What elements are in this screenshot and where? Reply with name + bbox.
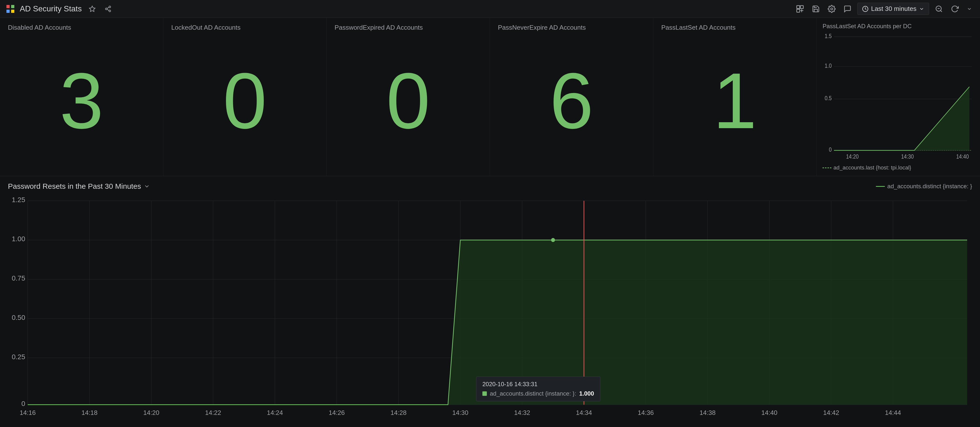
- refresh-icon: [951, 5, 959, 13]
- tooltip-datetime: 2020-10-16 14:33:31: [482, 381, 594, 388]
- svg-rect-10: [797, 5, 800, 8]
- chart-add-button[interactable]: [794, 3, 806, 15]
- tooltip-dot: [482, 391, 487, 396]
- grafana-logo-area: [6, 5, 15, 13]
- time-range-button[interactable]: Last 30 minutes: [858, 3, 929, 15]
- save-icon: [812, 5, 820, 13]
- panel-title-passlastset: PassLastSet AD Accounts: [661, 24, 809, 32]
- panel-title-disabled: Disabled AD Accounts: [8, 24, 155, 32]
- svg-text:14:30: 14:30: [901, 153, 914, 160]
- zoom-out-icon: [935, 5, 943, 13]
- time-range-label: Last 30 minutes: [871, 5, 916, 13]
- bottom-panel-title: Password Resets in the Past 30 Minutes: [8, 182, 141, 191]
- svg-text:14:24: 14:24: [267, 409, 283, 416]
- clock-icon: [862, 6, 869, 12]
- small-chart-legend: ad_accounts.last {host: tpi.local}: [822, 164, 974, 171]
- stat-panels-row: Disabled AD Accounts 3 LockedOut AD Acco…: [0, 18, 980, 176]
- chevron-down-icon: [144, 183, 150, 190]
- stat-value-passlastset: 1: [661, 32, 809, 170]
- svg-text:0.75: 0.75: [12, 274, 25, 282]
- chart-tooltip: 2020-10-16 14:33:31 ad_accounts.distinct…: [476, 376, 600, 401]
- svg-line-8: [107, 9, 109, 10]
- legend-solid-line: [876, 186, 885, 187]
- svg-text:14:18: 14:18: [81, 409, 97, 416]
- panel-title-per-dc: PassLastSet AD Accounts per DC: [822, 23, 974, 30]
- svg-text:14:26: 14:26: [329, 409, 345, 416]
- svg-point-15: [830, 8, 833, 10]
- zoom-out-button[interactable]: [933, 3, 945, 15]
- refresh-dropdown-button[interactable]: [965, 4, 974, 14]
- page-title: AD Security Stats: [20, 4, 82, 13]
- bottom-panel: Password Resets in the Past 30 Minutes a…: [0, 176, 980, 427]
- svg-text:14:40: 14:40: [956, 153, 969, 160]
- svg-text:14:44: 14:44: [885, 409, 901, 416]
- save-button[interactable]: [810, 3, 822, 15]
- header: AD Security Stats: [0, 0, 980, 18]
- legend-dashed-line: [822, 167, 831, 168]
- svg-text:1.00: 1.00: [12, 235, 25, 243]
- svg-text:14:36: 14:36: [638, 409, 654, 416]
- svg-text:1.0: 1.0: [825, 62, 832, 69]
- tooltip-series-value: 1.000: [579, 390, 594, 397]
- svg-text:1.25: 1.25: [12, 196, 25, 203]
- svg-point-6: [105, 8, 107, 10]
- panel-disabled: Disabled AD Accounts 3: [0, 18, 164, 176]
- settings-button[interactable]: [826, 3, 838, 15]
- svg-text:14:30: 14:30: [452, 409, 468, 416]
- svg-text:0.5: 0.5: [825, 95, 832, 102]
- comment-button[interactable]: [842, 3, 853, 15]
- svg-text:0.50: 0.50: [12, 314, 25, 321]
- svg-rect-0: [6, 5, 10, 8]
- panel-passlastset: PassLastSet AD Accounts 1: [654, 18, 817, 176]
- refresh-button[interactable]: [949, 3, 961, 15]
- chart-add-icon: [796, 5, 804, 13]
- header-left: AD Security Stats: [6, 3, 113, 14]
- svg-rect-1: [11, 5, 14, 8]
- stat-value-lockedout: 0: [171, 32, 319, 170]
- bottom-panel-header: Password Resets in the Past 30 Minutes a…: [8, 182, 972, 191]
- bottom-chart-container: 1.25 1.00 0.75 0.50 0.25 0: [8, 194, 972, 421]
- svg-point-5: [109, 6, 110, 8]
- svg-marker-32: [834, 87, 970, 150]
- svg-rect-2: [6, 10, 10, 13]
- panel-lockedout: LockedOut AD Accounts 0: [164, 18, 327, 176]
- svg-text:0: 0: [21, 400, 25, 408]
- svg-text:14:28: 14:28: [390, 409, 406, 416]
- svg-text:14:22: 14:22: [205, 409, 221, 416]
- svg-text:0: 0: [829, 147, 832, 153]
- panel-title-passneverexpire: PassNeverExpire AD Accounts: [498, 24, 645, 32]
- svg-text:14:20: 14:20: [846, 153, 859, 160]
- svg-text:14:32: 14:32: [514, 409, 530, 416]
- grid-icon: [6, 5, 15, 13]
- star-button[interactable]: [87, 3, 98, 14]
- svg-text:14:42: 14:42: [823, 409, 839, 416]
- svg-rect-12: [797, 9, 800, 12]
- gear-icon: [828, 5, 835, 13]
- share-icon: [105, 5, 111, 13]
- stat-value-passneverexpire: 6: [498, 32, 645, 170]
- svg-text:14:34: 14:34: [576, 409, 592, 416]
- comment-icon: [843, 5, 851, 13]
- panel-title-lockedout: LockedOut AD Accounts: [171, 24, 319, 32]
- svg-line-18: [940, 10, 942, 12]
- header-actions: Last 30 minutes: [794, 3, 974, 15]
- svg-point-7: [109, 10, 110, 12]
- legend-label: ad_accounts.distinct {instance: }: [887, 183, 972, 190]
- svg-text:1.5: 1.5: [825, 33, 832, 39]
- panel-passwordexpired: PasswordExpired AD Accounts 0: [326, 18, 490, 176]
- share-button[interactable]: [103, 3, 113, 14]
- svg-text:0.25: 0.25: [12, 352, 25, 360]
- small-chart-svg: 1.5 1.0 0.5 0 14:20 14:30 14:40: [822, 33, 974, 163]
- panel-title-passwordexpired: PasswordExpired AD Accounts: [334, 24, 482, 32]
- svg-line-9: [107, 7, 109, 8]
- svg-rect-3: [11, 10, 14, 13]
- chevron-down-icon: [967, 6, 972, 12]
- tooltip-series-label: ad_accounts.distinct {instance: }:: [490, 390, 576, 397]
- small-chart-area: 1.5 1.0 0.5 0 14:20 14:30 14:40: [822, 33, 974, 163]
- svg-rect-11: [800, 5, 803, 8]
- stat-value-passwordexpired: 0: [334, 32, 482, 170]
- svg-text:14:38: 14:38: [699, 409, 716, 416]
- star-icon: [89, 5, 95, 13]
- bottom-panel-title-area: Password Resets in the Past 30 Minutes: [8, 182, 150, 191]
- tooltip-row: ad_accounts.distinct {instance: }: 1.000: [482, 390, 594, 397]
